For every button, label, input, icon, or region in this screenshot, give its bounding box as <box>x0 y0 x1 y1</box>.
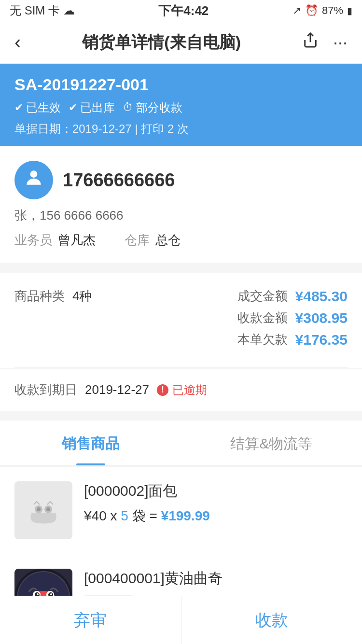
collect-payment-button[interactable]: 收款 <box>181 596 362 644</box>
status-bar: 无 SIM 卡 ☁ 下午4:42 ↗ ⏰ 87% ▮ <box>0 0 362 21</box>
overdue-badge: ! 已逾期 <box>157 382 207 398</box>
nav-icons: ··· <box>302 32 348 53</box>
svg-point-16 <box>50 593 52 595</box>
share-button[interactable] <box>302 32 319 53</box>
status-left: 无 SIM 卡 ☁ <box>10 3 75 18</box>
svg-point-6 <box>46 507 50 511</box>
more-button[interactable]: ··· <box>333 32 348 53</box>
product-total-1: ¥199.99 <box>161 508 210 523</box>
stats-section: 商品种类 4种 成交金额 ¥485.30 收款金额 ¥308.95 本单欠款 ¥… <box>0 273 362 367</box>
product-qty-1: 5 <box>121 508 128 523</box>
nav-bar: ‹ 销货单详情(来自电脑) ··· <box>0 21 362 64</box>
customer-row: 17666666666 <box>14 161 348 199</box>
salesperson-value: 曾凡杰 <box>58 232 96 249</box>
svg-point-15 <box>37 593 39 595</box>
product-name-2: [000400001]黄油曲奇 <box>84 569 348 588</box>
due-date-section: 收款到期日 2019-12-27 ! 已逾期 <box>0 369 362 411</box>
svg-point-5 <box>37 507 41 511</box>
receipt-amount-row: 收款金额 ¥308.95 <box>237 309 348 326</box>
product-count-value: 4种 <box>72 288 92 305</box>
customer-section: 17666666666 张，156 6666 6666 业务员 曾凡杰 仓库 总… <box>0 146 362 263</box>
receipt-amount-value: ¥308.95 <box>295 310 348 326</box>
tabs-section: 销售商品 结算&物流等 <box>0 420 362 466</box>
reject-button[interactable]: 弃审 <box>0 596 181 644</box>
deal-amount-row: 成交金额 ¥485.30 <box>237 288 348 305</box>
list-item: [0000002]面包 ¥40 x 5 袋 = ¥199.99 <box>0 467 362 554</box>
warehouse-value: 总仓 <box>155 232 181 249</box>
svg-point-1 <box>30 170 38 178</box>
stats-right: 成交金额 ¥485.30 收款金额 ¥308.95 本单欠款 ¥176.35 <box>237 288 348 353</box>
warehouse-info: 仓库 总仓 <box>125 232 181 249</box>
alarm-icon: ⏰ <box>305 4 318 17</box>
battery-icon: ▮ <box>347 5 352 16</box>
header-band: SA-20191227-001 ✔ 已生效 ✔ 已出库 ⏱ 部分收款 单据日期：… <box>0 64 362 146</box>
avatar <box>14 161 53 199</box>
tab-settlement[interactable]: 结算&物流等 <box>181 420 362 465</box>
deal-amount-value: ¥485.30 <box>295 288 348 305</box>
debt-amount-value: ¥176.35 <box>295 332 348 348</box>
person-icon <box>23 167 44 193</box>
tab-products[interactable]: 销售商品 <box>0 420 181 465</box>
effective-icon: ✔ <box>14 101 23 114</box>
due-date-value: 2019-12-27 <box>85 382 149 397</box>
product-info-1: [0000002]面包 ¥40 x 5 袋 = ¥199.99 <box>84 481 348 525</box>
overdue-label: 已逾期 <box>172 382 207 398</box>
badge-shipped: ✔ 已出库 <box>69 100 115 115</box>
status-right: ↗ ⏰ 87% ▮ <box>292 4 352 17</box>
product-thumbnail-1 <box>14 481 72 539</box>
product-price-line-1: ¥40 x 5 袋 = ¥199.99 <box>84 507 348 525</box>
customer-name: 17666666666 <box>63 170 175 191</box>
order-id: SA-20191227-001 <box>14 75 348 94</box>
battery-status: 87% <box>322 4 343 17</box>
partial-icon: ⏱ <box>123 101 133 114</box>
product-name-1: [0000002]面包 <box>84 481 348 501</box>
badge-partial-payment: ⏱ 部分收款 <box>123 100 182 115</box>
customer-meta: 业务员 曾凡杰 仓库 总仓 <box>14 232 348 249</box>
location-icon: ↗ <box>292 4 301 17</box>
status-time: 下午4:42 <box>158 2 209 19</box>
back-button[interactable]: ‹ <box>14 31 21 53</box>
shipped-icon: ✔ <box>69 101 77 114</box>
overdue-icon: ! <box>157 384 168 396</box>
order-date-line: 单据日期：2019-12-27 | 打印 2 次 <box>14 121 348 137</box>
svg-rect-2 <box>24 491 63 530</box>
status-badges: ✔ 已生效 ✔ 已出库 ⏱ 部分收款 <box>14 100 348 115</box>
badge-effective: ✔ 已生效 <box>14 100 61 115</box>
debt-amount-row: 本单欠款 ¥176.35 <box>237 331 348 348</box>
page-title: 销货单详情(来自电脑) <box>82 31 241 54</box>
sim-status: 无 SIM 卡 ☁ <box>10 3 75 18</box>
customer-detail: 张，156 6666 6666 <box>14 207 348 224</box>
salesperson-info: 业务员 曾凡杰 <box>14 232 96 249</box>
bottom-action-bar: 弃审 收款 <box>0 596 362 644</box>
stats-left: 商品种类 4种 <box>14 288 92 309</box>
product-count-row: 商品种类 4种 <box>14 288 92 305</box>
